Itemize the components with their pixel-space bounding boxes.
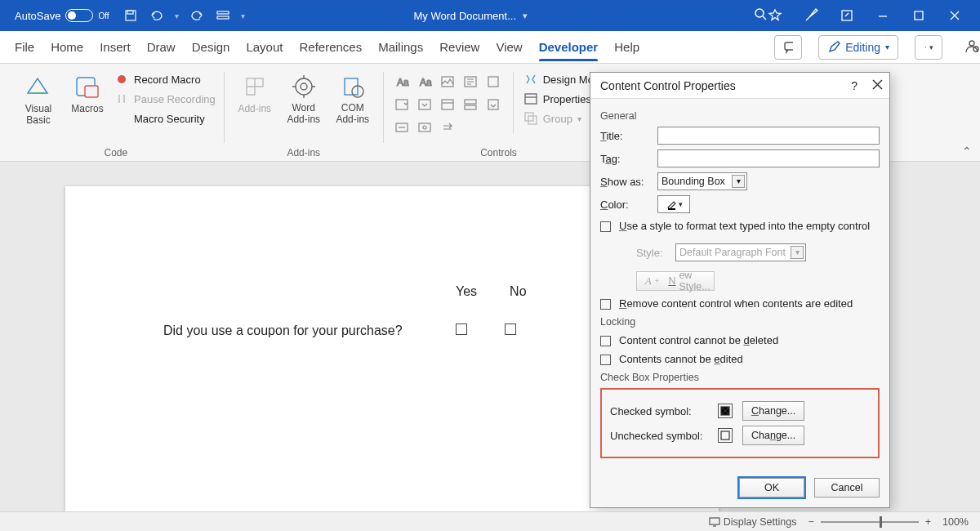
editing-mode-button[interactable]: Editing ▾ <box>818 35 898 60</box>
undo-icon[interactable] <box>149 9 163 22</box>
svg-rect-27 <box>488 100 498 109</box>
qat-customize-icon[interactable]: ▾ <box>241 11 245 20</box>
tab-mailings[interactable]: Mailings <box>378 33 423 60</box>
lock-delete-checkbox[interactable]: Content control cannot be deleted <box>600 334 880 346</box>
zoom-in-icon[interactable]: + <box>925 516 931 528</box>
checkbox-icon <box>600 336 611 346</box>
picture-control-icon[interactable] <box>438 72 457 91</box>
tab-developer[interactable]: Developer <box>539 33 599 60</box>
remove-on-edit-checkbox[interactable]: Remove content control when contents are… <box>600 297 880 310</box>
tab-draw[interactable]: Draw <box>147 33 176 60</box>
title-bar: AutoSave Off ▾ ▾ My Word Document... ▾ <box>0 0 980 31</box>
autosave-toggle[interactable]: AutoSave Off <box>15 9 109 22</box>
show-as-select[interactable]: Bounding Box▾ <box>657 172 747 190</box>
search-icon[interactable] <box>754 7 768 24</box>
svg-rect-26 <box>465 105 476 109</box>
section-locking: Locking <box>600 316 880 328</box>
svg-point-12 <box>118 75 126 83</box>
addins-button: Add-ins <box>233 72 277 114</box>
legacy-forms-icon[interactable] <box>392 118 412 137</box>
svg-rect-33 <box>528 116 537 124</box>
zoom-slider[interactable]: − + <box>808 516 931 528</box>
cancel-button[interactable]: Cancel <box>814 478 880 498</box>
zoom-value[interactable]: 100% <box>942 516 969 528</box>
group-addins: Add-ins Word Add-ins COM Add-ins Add-ins <box>225 67 383 161</box>
macro-security-button[interactable]: Macro Security <box>114 111 216 126</box>
focus-icon[interactable] <box>840 8 854 23</box>
toggle-switch-icon <box>65 9 93 22</box>
ok-button[interactable]: OK <box>739 478 804 498</box>
rich-text-control-icon[interactable]: Aa <box>392 72 412 91</box>
building-block-control-icon[interactable] <box>461 72 480 91</box>
visual-basic-button[interactable]: Visual Basic <box>16 72 60 127</box>
svg-rect-31 <box>525 94 537 104</box>
use-style-checkbox[interactable]: Use a style to format text typed into th… <box>600 220 880 232</box>
redo-icon[interactable] <box>190 9 205 22</box>
legacy-tools-icon[interactable] <box>483 95 503 114</box>
brush-icon[interactable] <box>804 8 818 23</box>
help-icon[interactable]: ? <box>851 79 858 92</box>
save-icon[interactable] <box>124 9 137 22</box>
premium-icon[interactable] <box>768 8 782 23</box>
account-icon[interactable] <box>964 38 980 56</box>
tab-design[interactable]: Design <box>192 33 230 60</box>
tab-references[interactable]: References <box>299 33 362 60</box>
svg-rect-23 <box>419 100 430 109</box>
tab-home[interactable]: Home <box>51 33 83 60</box>
close-icon[interactable] <box>947 8 962 23</box>
chevron-down-icon: ▾ <box>791 246 804 259</box>
word-addins-button[interactable]: Word Add-ins <box>282 72 326 126</box>
checkbox-yes[interactable] <box>456 324 467 335</box>
lock-edit-checkbox[interactable]: Contents cannot be edited <box>600 353 880 365</box>
section-general: General <box>600 110 880 122</box>
date-control-icon[interactable] <box>438 95 457 114</box>
dropdown-control-icon[interactable] <box>415 95 434 114</box>
tab-insert[interactable]: Insert <box>100 33 131 60</box>
collapse-ribbon-icon[interactable]: ⌃ <box>962 145 972 158</box>
qat-more-icon[interactable] <box>216 9 229 22</box>
plain-text-control-icon[interactable]: Aa <box>415 72 434 91</box>
macros-icon <box>73 72 102 101</box>
column-yes: Yes <box>456 284 477 299</box>
tab-help[interactable]: Help <box>614 33 639 60</box>
show-as-label: Show as: <box>600 176 651 188</box>
change-unchecked-button[interactable]: Change... <box>742 426 804 445</box>
tab-layout[interactable]: Layout <box>246 33 283 60</box>
svg-rect-29 <box>419 123 430 132</box>
document-title[interactable]: My Word Document... ▾ <box>212 10 729 22</box>
combobox-control-icon[interactable] <box>392 95 412 114</box>
zoom-track[interactable] <box>821 521 919 523</box>
window-controls <box>768 8 980 23</box>
svg-point-14 <box>301 83 307 90</box>
pause-recording-button: Pause Recording <box>114 91 216 106</box>
close-icon[interactable] <box>872 79 883 92</box>
comments-button[interactable] <box>774 35 802 60</box>
change-checked-button[interactable]: Change... <box>742 401 804 421</box>
repeating-control-icon[interactable] <box>461 95 480 114</box>
tag-input[interactable] <box>657 149 880 167</box>
more-controls-icon[interactable] <box>438 118 457 137</box>
tab-view[interactable]: View <box>496 33 522 60</box>
checkbox-symbol-area: Checked symbol: Change... Unchecked symb… <box>600 388 880 458</box>
tab-file[interactable]: File <box>15 33 34 60</box>
checkbox-control-icon[interactable] <box>483 72 503 91</box>
survey-row: Did you use a coupon for your purchase? <box>163 324 621 338</box>
activex-icon[interactable] <box>415 118 434 137</box>
display-settings-button[interactable]: Display Settings <box>709 516 797 528</box>
svg-point-8 <box>969 41 974 46</box>
undo-more-icon[interactable]: ▾ <box>175 11 179 20</box>
record-macro-button[interactable]: Record Macro <box>114 72 216 87</box>
checkbox-no[interactable] <box>505 324 516 335</box>
chevron-down-icon: ▾ <box>732 175 745 188</box>
title-input[interactable] <box>657 127 880 145</box>
maximize-icon[interactable] <box>911 8 926 23</box>
com-addins-button[interactable]: COM Add-ins <box>331 72 375 126</box>
style-label: Style: <box>636 247 669 259</box>
tab-review[interactable]: Review <box>439 33 479 60</box>
color-picker[interactable]: ▾ <box>657 195 690 213</box>
macros-button[interactable]: Macros <box>65 72 109 114</box>
zoom-out-icon[interactable]: − <box>808 516 813 528</box>
share-button[interactable]: ▾ <box>915 35 942 60</box>
group-code: Visual Basic Macros Record Macro Pause R… <box>8 67 224 161</box>
minimize-icon[interactable] <box>875 8 890 23</box>
